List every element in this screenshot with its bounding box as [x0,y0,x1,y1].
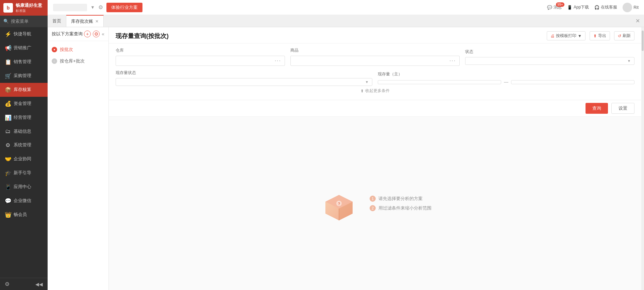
operations-icon: 📊 [5,114,11,121]
app-download-label: App下载 [574,4,589,10]
inventory-status-select[interactable]: ▼ [116,78,372,86]
product-input[interactable]: ··· [290,56,460,66]
sidebar-logo: b [3,3,13,13]
message-button[interactable]: 💬 消息 99+ [547,4,562,10]
sidebar-item-enterprise[interactable]: 🤝 企业协同 [0,152,48,166]
collapse-sidebar-icon[interactable]: ◀◀ [35,282,43,287]
tabs-close-all-icon[interactable]: ✕ [631,18,644,24]
tab-close-icon[interactable]: ✕ [95,19,99,24]
page-header: 现存量查询(按批次) 🖨 按模板打印 ▼ ⬆ 导出 ↺ 刷新 [109,27,641,43]
product-group: 商品 ··· [290,48,460,66]
sales-icon: 📋 [5,59,11,65]
sidebar-footer: ⚙ ◀◀ [0,278,48,290]
purchase-icon: 🛒 [5,73,11,79]
company-sub: 标准版 [16,8,42,13]
warehouse-input[interactable]: ··· [116,56,285,66]
print-button[interactable]: 🖨 按模板打印 ▼ [547,31,586,40]
export-icon: ⬆ [593,34,597,38]
sidebar-item-inventory[interactable]: 📦 库存核算 [0,83,48,97]
tip1-num: 1 [370,196,376,202]
trial-button[interactable]: 体验行业方案 [106,3,142,12]
sidebar-item-purchase[interactable]: 🛒 采购管理 [0,69,48,83]
filter-settings-button[interactable]: ⚙ [93,31,100,37]
sidebar-item-system[interactable]: ⚙ 系统管理 [0,138,48,152]
collapse-conditions-button[interactable]: ⬆ 收起更多条件 [116,86,634,96]
sidebar-item-sales[interactable]: 📋 销售管理 [0,55,48,69]
main-content: 现存量查询(按批次) 🖨 按模板打印 ▼ ⬆ 导出 ↺ 刷新 [109,27,641,290]
online-service-button[interactable]: 🎧 在线客服 [594,4,617,10]
query-button[interactable]: 查询 [586,103,608,114]
message-icon: 💬 [547,5,552,10]
content-area: 按以下方案查询 + ⚙ « ● 按批次 ○ 按仓库+批次 [48,27,644,290]
sidebar-item-label: 畅会员 [14,212,27,218]
search-menu[interactable]: 🔍 搜索菜单 [0,16,48,27]
inventory-status-label: 现存量状态 [116,70,372,76]
sidebar-item-enterprise-wechat[interactable]: 💬 企业微信 [0,194,48,208]
topbar: ▼ ⚙ 体验行业方案 💬 消息 99+ 📱 App下载 🎧 在线客服 Rit [48,0,644,15]
app-download-button[interactable]: 📱 App下载 [567,4,589,10]
sidebar-item-basics[interactable]: 🗂 基础信息 [0,125,48,138]
search-menu-label: 搜索菜单 [11,18,29,24]
print-icon: 🖨 [550,34,555,38]
inventory-status-group: 现存量状态 ▼ [116,70,372,86]
svg-text:?: ? [338,202,340,206]
empty-tips: 1 请先选择要分析的方案 2 用过滤条件来缩小分析范围 [370,196,431,211]
sidebar-item-app-center[interactable]: 📱 应用中心 [0,180,48,194]
app-center-icon: 📱 [5,184,11,190]
sidebar-item-member[interactable]: 👑 畅会员 [0,208,48,222]
status-group: 状态 ▼ [465,49,634,65]
username: Rit [633,5,639,10]
sidebar-item-label: 营销推广 [14,45,31,51]
sidebar-item-label: 采购管理 [14,73,31,79]
topbar-gear-icon[interactable]: ⚙ [98,4,103,11]
empty-illustration: ? [319,183,359,224]
tab-inventory-batch[interactable]: 库存批次账 ✕ [66,15,104,27]
right-scrollbar[interactable] [641,27,644,290]
filter-item-warehouse-batch[interactable]: ○ 按仓库+批次 [48,55,108,67]
sidebar-item-quick-nav[interactable]: ⚡ 快捷导航 [0,27,48,41]
sidebar-item-marketing[interactable]: 📢 营销推广 [0,41,48,55]
settings-icon[interactable]: ⚙ [5,281,10,287]
sidebar-item-operations[interactable]: 📊 经营管理 [0,111,48,125]
warehouse-dots: ··· [275,58,281,64]
tab-home[interactable]: 首页 [48,15,66,27]
tabs-bar: 首页 库存批次账 ✕ ✕ [48,15,644,27]
sidebar-item-label: 销售管理 [14,59,31,65]
user-area[interactable]: Rit [623,3,639,12]
filter-item-label: 按仓库+批次 [60,58,85,64]
print-dropdown-icon: ▼ [578,34,582,38]
topbar-dropdown-icon[interactable]: ▼ [90,5,95,10]
tip2-text: 用过滤条件来缩小分析范围 [378,205,431,211]
search-icon: 🔍 [3,19,9,24]
refresh-icon: ↺ [618,34,621,38]
avatar [623,3,632,12]
product-label: 商品 [290,48,460,53]
inventory-amount-max[interactable] [511,80,634,84]
tab-home-label: 首页 [52,18,61,24]
filter-item-batch[interactable]: ● 按批次 [48,44,108,55]
refresh-button[interactable]: ↺ 刷新 [614,31,634,40]
topbar-search-input[interactable] [53,4,87,11]
scrollbar-thumb [642,31,644,51]
filter-collapse-icon[interactable]: « [102,31,104,37]
page-title: 现存量查询(按批次) [116,32,169,40]
member-icon: 👑 [5,212,11,218]
sidebar-item-label: 资金管理 [14,101,31,107]
sidebar-item-finance[interactable]: 💰 资金管理 [0,97,48,111]
collapse-icon: ⬆ [360,89,364,93]
finance-icon: 💰 [5,101,11,107]
product-dots: ··· [450,58,456,64]
export-label: 导出 [598,33,606,39]
filter-add-button[interactable]: + [84,31,91,37]
status-caret-icon: ▼ [627,59,631,63]
filter-panel-title: 按以下方案查询 [52,31,83,37]
sidebar-item-newbie[interactable]: 🎓 新手引导 [0,166,48,180]
enterprise-icon: 🤝 [5,156,11,162]
status-select[interactable]: ▼ [465,57,634,65]
inventory-amount-min[interactable] [378,80,501,84]
filter-panel: 按以下方案查询 + ⚙ « ● 按批次 ○ 按仓库+批次 [48,27,109,290]
marketing-icon: 📢 [5,45,11,51]
company-title: 畅康通好生意 [16,3,42,8]
settings-button[interactable]: 设置 [611,103,634,114]
export-button[interactable]: ⬆ 导出 [590,31,610,40]
